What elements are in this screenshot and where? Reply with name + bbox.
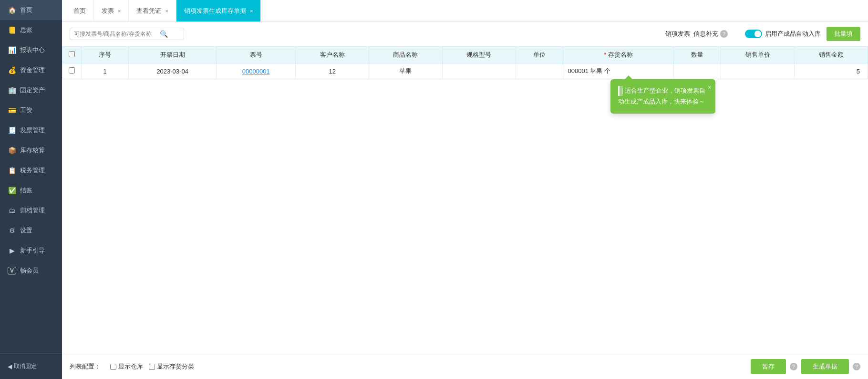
sidebar-label-guide: 新手引导: [20, 246, 45, 255]
tooltip-text: 适合生产型企业，销项发票自动生成产成品入库，快来体验～: [618, 87, 705, 105]
tax-icon: 📋: [8, 167, 16, 174]
show-warehouse-item[interactable]: 显示仓库: [110, 362, 143, 371]
sidebar-item-settlement[interactable]: ✅ 结账: [0, 180, 62, 200]
inventory-icon: 📦: [8, 147, 16, 154]
th-seq: 序号: [82, 47, 129, 63]
generate-btn[interactable]: 生成单据: [801, 359, 849, 374]
show-category-item[interactable]: 显示存货分类: [149, 362, 194, 371]
guide-icon: ▶: [8, 247, 16, 254]
sidebar-item-payroll[interactable]: 💳 工资: [0, 100, 62, 120]
toolbar: 🔍 销项发票_信息补充 ? 启用产成品自动入库 批量填: [62, 22, 868, 46]
table-container: 序号 开票日期 票号 客户名称 商品名称 规格型号 单位 存货名称 数量 销售单…: [62, 46, 868, 354]
cancel-fixed-label: 取消固定: [14, 362, 37, 370]
row-checkbox[interactable]: [69, 67, 75, 74]
tab-home[interactable]: 首页: [66, 0, 94, 21]
tooltip-highlight-marker: |: [618, 86, 623, 96]
show-category-checkbox[interactable]: [149, 364, 155, 370]
cancel-fixed-icon: ◀: [8, 363, 12, 370]
search-icon[interactable]: 🔍: [160, 30, 168, 38]
sidebar-item-funds[interactable]: 💰 资金管理: [0, 60, 62, 80]
sidebar-label-settings: 设置: [20, 226, 32, 235]
save-btn[interactable]: 暂存: [751, 359, 786, 374]
invoice-mgmt-icon: 🧾: [8, 126, 16, 134]
sidebar-item-fixed-assets[interactable]: 🏢 固定资产: [0, 80, 62, 100]
th-qty: 数量: [674, 47, 721, 63]
sidebar-label-funds: 资金管理: [20, 66, 45, 74]
sidebar-label-reports: 报表中心: [20, 46, 45, 54]
sidebar-label-fixed-assets: 固定资产: [20, 86, 45, 95]
reports-icon: 📊: [8, 46, 16, 54]
sidebar-item-home[interactable]: 🏠 首页: [0, 0, 62, 20]
tab-view-voucher[interactable]: 查看凭证 ×: [129, 0, 176, 21]
tab-invoice-label: 发票: [102, 7, 114, 15]
th-amount: 销售金额: [795, 47, 868, 63]
td-ticket-no[interactable]: 00000001: [217, 63, 296, 79]
td-qty[interactable]: [674, 63, 721, 79]
select-all-checkbox[interactable]: [69, 51, 75, 57]
tab-view-voucher-label: 查看凭证: [136, 7, 161, 15]
td-model: [442, 63, 516, 79]
th-inventory-name: 存货名称: [563, 47, 674, 63]
show-category-label: 显示存货分类: [157, 362, 194, 371]
sidebar-item-archive[interactable]: 🗂 归档管理: [0, 200, 62, 221]
sidebar-item-invoice-mgmt[interactable]: 🧾 发票管理: [0, 120, 62, 140]
main-table: 序号 开票日期 票号 客户名称 商品名称 规格型号 单位 存货名称 数量 销售单…: [62, 46, 868, 79]
th-ticket-no: 票号: [217, 47, 296, 63]
th-model: 规格型号: [442, 47, 516, 63]
info-help-icon[interactable]: ?: [720, 30, 728, 38]
sidebar-label-settlement: 结账: [20, 186, 32, 195]
sidebar-label-vip: 畅会员: [20, 266, 39, 275]
show-warehouse-checkbox[interactable]: [110, 364, 116, 370]
sidebar-label-ledger: 总账: [20, 26, 32, 34]
toggle-thumb: [754, 31, 761, 37]
sidebar-item-guide[interactable]: ▶ 新手引导: [0, 241, 62, 261]
sidebar-item-tax-mgmt[interactable]: 📋 税务管理: [0, 160, 62, 180]
sidebar-item-inventory[interactable]: 📦 库存核算: [0, 140, 62, 160]
sidebar-item-vip[interactable]: V 畅会员: [0, 261, 62, 281]
sidebar-label-inventory: 库存核算: [20, 146, 45, 155]
td-unit-price[interactable]: [721, 63, 795, 79]
td-date: 2023-03-04: [128, 63, 216, 79]
sidebar-item-settings[interactable]: ⚙ 设置: [0, 221, 62, 241]
search-input[interactable]: [74, 31, 160, 37]
funds-icon: 💰: [8, 66, 16, 74]
info-text: 销项发票_信息补充: [665, 30, 718, 38]
payroll-icon: 💳: [8, 106, 16, 114]
ledger-icon: 📒: [8, 26, 16, 34]
sidebar-item-reports[interactable]: 📊 报表中心: [0, 40, 62, 60]
show-warehouse-label: 显示仓库: [118, 362, 143, 371]
vip-icon: V: [8, 267, 16, 274]
batch-fill-btn[interactable]: 批量填: [827, 27, 860, 41]
tab-invoice[interactable]: 发票 ×: [94, 0, 129, 21]
tab-invoice-close[interactable]: ×: [118, 8, 121, 14]
sidebar-label-archive: 归档管理: [20, 206, 45, 215]
th-checkbox: [62, 47, 82, 63]
home-icon: 🏠: [8, 6, 16, 14]
td-goods-name: 苹果: [369, 63, 443, 79]
tab-bar: 首页 发票 × 查看凭证 × 销项发票生成库存单据 ×: [62, 0, 868, 22]
main-area: 首页 发票 × 查看凭证 × 销项发票生成库存单据 × 🔍 销项发票_信息补充 …: [62, 0, 868, 379]
sidebar-label-invoice-mgmt: 发票管理: [20, 126, 45, 135]
th-customer: 客户名称: [296, 47, 369, 63]
generate-help-icon[interactable]: ?: [853, 363, 860, 370]
sidebar: 🏠 首页 📒 总账 📊 报表中心 💰 资金管理 🏢 固定资产 💳 工资 🧾 发票…: [0, 0, 62, 379]
sidebar-item-ledger[interactable]: 📒 总账: [0, 20, 62, 40]
tooltip-close-btn[interactable]: ×: [708, 82, 712, 93]
tab-generate-inventory-close[interactable]: ×: [250, 8, 253, 14]
save-help-icon[interactable]: ?: [790, 363, 797, 370]
sidebar-label-home: 首页: [20, 6, 32, 14]
table-header-row: 序号 开票日期 票号 客户名称 商品名称 规格型号 单位 存货名称 数量 销售单…: [62, 47, 868, 63]
auto-warehousing-toggle[interactable]: [745, 30, 762, 38]
td-inventory-name[interactable]: 000001 苹果 个: [563, 63, 674, 79]
sidebar-bottom: ◀ 取消固定: [0, 353, 62, 379]
th-unit: 单位: [516, 47, 563, 63]
bottom-bar: 列表配置： 显示仓库 显示存货分类 暂存 ? 生成单据 ?: [62, 354, 868, 379]
settlement-icon: ✅: [8, 187, 16, 194]
settings-icon: ⚙: [8, 227, 16, 234]
info-label: 销项发票_信息补充 ?: [665, 30, 728, 38]
toggle-label: 启用产成品自动入库: [765, 30, 821, 38]
cancel-fixed-btn[interactable]: ◀ 取消固定: [0, 358, 62, 375]
search-box[interactable]: 🔍: [70, 28, 184, 40]
tab-view-voucher-close[interactable]: ×: [165, 8, 168, 14]
tab-generate-inventory[interactable]: 销项发票生成库存单据 ×: [176, 0, 261, 21]
